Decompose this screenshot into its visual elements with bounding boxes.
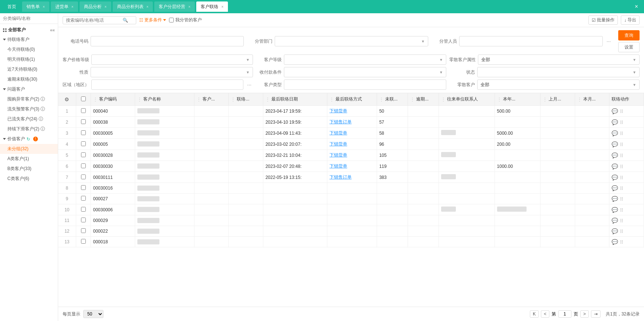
export-button[interactable]: ↓ 导出 [621,15,640,25]
chat-icon[interactable]: 💬 [612,108,618,114]
col-thismonth-header[interactable]: 本月... [575,93,609,106]
date-sort[interactable]: 最后联络日期 [265,96,325,102]
contact-method-link[interactable]: 下销货单 [330,141,347,147]
chat-icon[interactable]: 💬 [612,239,618,245]
sidebar-item-ungroup[interactable]: 未分组(32) [0,144,58,154]
nature-select[interactable]: ▼ [91,67,253,77]
sidebar-item-declining[interactable]: 持续下滑客户(2) ⓘ [0,124,58,134]
sidebar-item-lost[interactable]: 已流失客户(24) ⓘ [0,114,58,124]
all-customers-header[interactable]: 全部客户 «« [0,24,58,35]
row-checkbox[interactable] [81,218,86,222]
col-overdue-header[interactable]: 逾期... [408,93,439,106]
payment-select[interactable]: ▼ [284,67,446,77]
sidebar-group-pending[interactable]: 待联络客户 [0,35,58,45]
phone-input[interactable] [91,36,244,46]
more-action-icon[interactable]: ⁝⁝ [620,141,623,147]
col-thisyear-header[interactable]: 本年... [495,93,540,106]
col-name-header[interactable]: 客户名称 [135,93,194,106]
sidebar-item-classB[interactable]: B类客户(33) [0,164,58,174]
sidebar-search-input[interactable] [3,16,58,21]
nav-tab-sales[interactable]: 销售单 × [22,1,49,12]
customer-level-select[interactable]: ▼ [284,54,446,65]
col-settings[interactable] [58,93,76,106]
sidebar-collapse-icon[interactable]: «« [50,28,55,33]
refresh-icon[interactable]: ↻ [27,137,30,142]
sidebar-item-classC[interactable]: C类客户(6) [0,174,58,184]
close-all-button[interactable]: × [632,3,641,10]
chat-icon[interactable]: 💬 [612,185,618,191]
last-page-button[interactable]: ⇥ [591,310,601,318]
row-checkbox[interactable] [81,163,86,168]
prev-page-button[interactable]: < [541,310,549,318]
scatter-customer-select[interactable]: 全部 ▼ [477,80,640,90]
page-number-input[interactable] [558,310,571,318]
chat-icon[interactable]: 💬 [612,174,618,180]
col-method-header[interactable]: 最后联络方式 [327,93,377,106]
dept-select[interactable]: ▼ [275,36,428,46]
sidebar-item-today[interactable]: 今天待联络(0) [0,45,58,54]
region-input[interactable] [91,80,243,90]
row-checkbox[interactable] [81,119,86,124]
nav-tab-customer-layer[interactable]: 客户分层经营 × [154,1,195,12]
row-checkbox[interactable] [81,108,86,113]
filter-search-icon[interactable]: 🔍 [123,18,128,23]
chat-icon[interactable]: 💬 [612,130,618,136]
settings-icon[interactable] [64,96,69,102]
close-analysis-icon[interactable]: × [105,5,107,9]
contact-sort[interactable]: 联络... [231,96,261,102]
nav-tab-purchase[interactable]: 进货单 × [51,1,78,12]
close-analysis-list-icon[interactable]: × [147,5,149,9]
chat-icon[interactable]: 💬 [612,141,618,147]
row-checkbox[interactable] [81,207,86,212]
region-more-icon[interactable]: ··· [246,82,253,88]
manager-input[interactable] [459,36,603,46]
name-sort[interactable]: 客户名称 [137,96,192,102]
more-action-icon[interactable]: ⁝⁝ [620,207,623,213]
nav-tab-analysis[interactable]: 商品分析 × [80,1,111,12]
col-lastmonth-header[interactable]: 上月... [540,93,575,106]
batch-operation-button[interactable]: ☑ 批量操作 [588,15,618,25]
more-action-icon[interactable]: ⁝⁝ [620,130,623,136]
contact-method-link[interactable]: 下销货单 [330,130,347,135]
sidebar-item-tomorrow[interactable]: 明天待联络(1) [0,54,58,64]
col-checkbox-header[interactable] [76,93,91,106]
sidebar-group-value[interactable]: 价值客户 ↻ ! [0,134,58,144]
row-checkbox[interactable] [81,196,86,201]
contact-method-link[interactable]: 下销货单 [330,163,347,169]
more-action-icon[interactable]: ⁝⁝ [620,119,623,125]
associate-sort[interactable]: 往来单位联系人 [441,96,492,102]
contact-method-link[interactable]: 下销货单 [330,108,347,113]
chat-icon[interactable]: 💬 [612,196,618,202]
reset-button[interactable]: 设置 [618,42,640,52]
chat-icon[interactable]: 💬 [612,119,618,125]
type-sort[interactable]: 客户... [197,96,226,102]
chat-icon[interactable]: 💬 [612,163,618,169]
price-level-select[interactable]: ▼ [91,54,253,65]
nav-home-tab[interactable]: 首页 [3,1,21,12]
next-page-button[interactable]: > [580,310,589,318]
col-code-header[interactable]: 客户编码 [91,93,135,106]
query-button[interactable]: 查询 [618,30,640,40]
row-checkbox[interactable] [81,130,86,135]
col-associate-header[interactable]: 往来单位联系人 [439,93,495,106]
sidebar-item-abnormal[interactable]: 囤购异常客户(2) ⓘ [0,94,58,104]
chat-icon[interactable]: 💬 [612,218,618,223]
sidebar-item-overdue[interactable]: 逾期未联络(30) [0,74,58,84]
row-checkbox[interactable] [81,239,86,244]
chat-icon[interactable]: 💬 [612,207,618,213]
thisyear-sort[interactable]: 本年... [497,96,538,102]
nav-tab-analysis-list[interactable]: 商品分析列表 × [113,1,153,12]
method-sort[interactable]: 最后联络方式 [330,96,374,102]
close-customer-layer-icon[interactable]: × [188,5,190,9]
more-action-icon[interactable]: ⁝⁝ [620,185,623,191]
contact-method-link[interactable]: 下销售订单 [330,174,352,180]
close-customer-contact-icon[interactable]: × [221,5,224,9]
more-action-icon[interactable]: ⁝⁝ [620,174,623,180]
more-action-icon[interactable]: ⁝⁝ [620,196,623,202]
filter-search-input[interactable] [66,18,121,23]
nav-tab-customer-contact[interactable]: 客户联络 × [196,1,228,12]
customer-type-input[interactable] [284,80,446,90]
lastmonth-sort[interactable]: 上月... [543,96,573,102]
uncontact-sort[interactable]: 未联... [379,96,405,102]
col-type-header[interactable]: 客户... [194,93,229,106]
